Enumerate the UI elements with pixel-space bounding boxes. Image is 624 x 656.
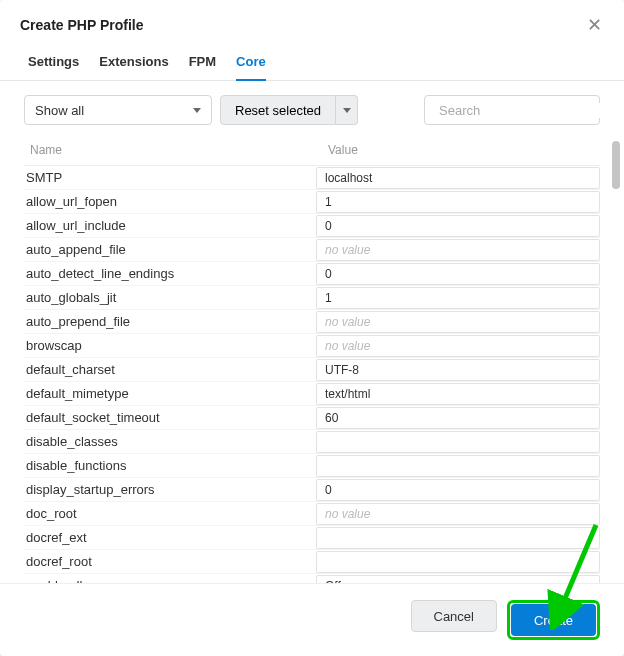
- setting-value-input[interactable]: 60: [316, 407, 600, 429]
- setting-value-input[interactable]: no value: [316, 335, 600, 357]
- setting-name: enable_dl: [24, 578, 316, 583]
- search-field[interactable]: [424, 95, 600, 125]
- table-row: auto_append_fileno value: [24, 238, 600, 262]
- table-row: docref_ext: [24, 526, 600, 550]
- chevron-down-icon: [343, 108, 351, 113]
- search-input[interactable]: [439, 103, 607, 118]
- setting-value-input[interactable]: UTF-8: [316, 359, 600, 381]
- annotation-highlight: Create: [507, 600, 600, 640]
- table-row: enable_dlOff: [24, 574, 600, 583]
- setting-name: default_socket_timeout: [24, 410, 316, 425]
- setting-name: docref_ext: [24, 530, 316, 545]
- table-row: default_socket_timeout60: [24, 406, 600, 430]
- scrollbar-thumb[interactable]: [612, 141, 620, 189]
- table-row: auto_detect_line_endings0: [24, 262, 600, 286]
- dialog-header: Create PHP Profile ✕: [0, 0, 624, 48]
- reset-split-button[interactable]: [336, 95, 358, 125]
- filter-dropdown-label: Show all: [35, 103, 84, 118]
- column-name: Name: [28, 143, 320, 157]
- setting-name: SMTP: [24, 170, 316, 185]
- chevron-down-icon: [193, 108, 201, 113]
- table-row: auto_prepend_fileno value: [24, 310, 600, 334]
- table-row: browscapno value: [24, 334, 600, 358]
- setting-value-input[interactable]: Off: [316, 575, 600, 584]
- setting-value-input[interactable]: 1: [316, 287, 600, 309]
- reset-selected-button[interactable]: Reset selected: [220, 95, 336, 125]
- table-row: doc_rootno value: [24, 502, 600, 526]
- setting-value-input[interactable]: 0: [316, 263, 600, 285]
- setting-name: auto_append_file: [24, 242, 316, 257]
- table-row: SMTPlocalhost: [24, 166, 600, 190]
- setting-name: display_startup_errors: [24, 482, 316, 497]
- setting-name: default_mimetype: [24, 386, 316, 401]
- filter-dropdown[interactable]: Show all: [24, 95, 212, 125]
- setting-value-input[interactable]: [316, 551, 600, 573]
- setting-value-input[interactable]: 1: [316, 191, 600, 213]
- dialog-title: Create PHP Profile: [20, 17, 143, 33]
- setting-name: allow_url_fopen: [24, 194, 316, 209]
- reset-button-group: Reset selected: [220, 95, 358, 125]
- setting-name: browscap: [24, 338, 316, 353]
- setting-name: auto_detect_line_endings: [24, 266, 316, 281]
- setting-value-input[interactable]: [316, 455, 600, 477]
- tab-fpm[interactable]: FPM: [189, 48, 216, 80]
- settings-table: Name Value SMTPlocalhostallow_url_fopen1…: [0, 137, 624, 583]
- table-row: display_startup_errors0: [24, 478, 600, 502]
- tab-bar: SettingsExtensionsFPMCore: [0, 48, 624, 81]
- setting-value-input[interactable]: localhost: [316, 167, 600, 189]
- table-row: disable_functions: [24, 454, 600, 478]
- column-value: Value: [320, 143, 596, 157]
- setting-value-input[interactable]: text/html: [316, 383, 600, 405]
- tab-settings[interactable]: Settings: [28, 48, 79, 80]
- setting-name: docref_root: [24, 554, 316, 569]
- setting-value-input[interactable]: no value: [316, 503, 600, 525]
- setting-value-input[interactable]: [316, 527, 600, 549]
- table-row: allow_url_include0: [24, 214, 600, 238]
- tab-extensions[interactable]: Extensions: [99, 48, 168, 80]
- setting-name: auto_globals_jit: [24, 290, 316, 305]
- setting-name: disable_classes: [24, 434, 316, 449]
- setting-name: disable_functions: [24, 458, 316, 473]
- cancel-button[interactable]: Cancel: [411, 600, 497, 632]
- table-row: auto_globals_jit1: [24, 286, 600, 310]
- setting-name: allow_url_include: [24, 218, 316, 233]
- toolbar: Show all Reset selected: [0, 81, 624, 137]
- tab-core[interactable]: Core: [236, 48, 266, 81]
- setting-name: auto_prepend_file: [24, 314, 316, 329]
- close-icon[interactable]: ✕: [581, 14, 608, 36]
- create-php-profile-dialog: Create PHP Profile ✕ SettingsExtensionsF…: [0, 0, 624, 656]
- create-button[interactable]: Create: [511, 604, 596, 636]
- table-row: allow_url_fopen1: [24, 190, 600, 214]
- table-header: Name Value: [24, 137, 600, 166]
- setting-value-input[interactable]: no value: [316, 311, 600, 333]
- setting-name: doc_root: [24, 506, 316, 521]
- table-row: docref_root: [24, 550, 600, 574]
- setting-value-input[interactable]: no value: [316, 239, 600, 261]
- setting-value-input[interactable]: 0: [316, 479, 600, 501]
- table-row: default_charsetUTF-8: [24, 358, 600, 382]
- setting-name: default_charset: [24, 362, 316, 377]
- table-row: disable_classes: [24, 430, 600, 454]
- dialog-footer: Cancel Create: [0, 583, 624, 656]
- setting-value-input[interactable]: 0: [316, 215, 600, 237]
- setting-value-input[interactable]: [316, 431, 600, 453]
- table-row: default_mimetypetext/html: [24, 382, 600, 406]
